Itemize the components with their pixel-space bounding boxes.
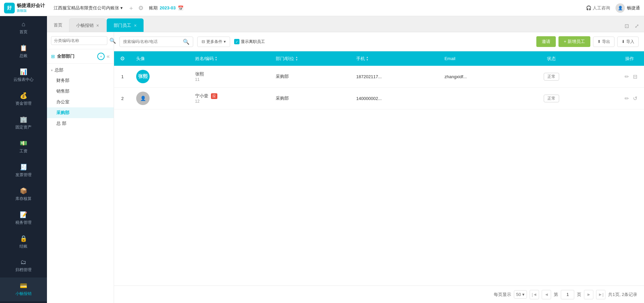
- funds-icon: 💰: [20, 92, 27, 99]
- dept-node-purchasing[interactable]: 采购部: [47, 107, 114, 118]
- employee-search-icon[interactable]: 🔍: [183, 39, 190, 45]
- dept-node-purchasing-label: 采购部: [56, 110, 69, 115]
- avatar-placeholder-icon: 👤: [140, 96, 146, 101]
- page-number-input[interactable]: [561, 290, 574, 299]
- sidebar-label-archive: 归档管理: [15, 267, 32, 273]
- sidebar-item-expense[interactable]: 💳 小畅报销: [0, 277, 47, 301]
- row-email-2: [439, 88, 520, 109]
- dept-header-icons: +: [97, 53, 105, 60]
- sidebar-item-reports[interactable]: 📊 云报表中心: [0, 63, 47, 87]
- import-icon: ⬇: [622, 39, 625, 44]
- logo-area: 好 畅捷通好会计 旗舰版: [4, 3, 51, 13]
- sidebar-item-home[interactable]: ⌂ 首页: [0, 16, 47, 40]
- employee-search-input[interactable]: [123, 39, 181, 44]
- sidebar-label-expense: 小畅报销: [15, 291, 32, 297]
- sidebar-item-assets[interactable]: 🏢 固定资产: [0, 111, 47, 135]
- th-name-code[interactable]: 姓名/编码 ▲▼: [190, 51, 270, 66]
- dept-node-finance[interactable]: 财务部: [47, 75, 114, 86]
- show-resign-checkbox-container[interactable]: ✓ 显示离职员工: [234, 39, 265, 45]
- add-employee-button[interactable]: + 新增员工: [558, 36, 590, 47]
- th-actions: 操作: [584, 51, 644, 66]
- employee-name-1: 张熙: [195, 71, 265, 77]
- user-info[interactable]: 👤 畅捷通: [615, 3, 640, 13]
- add-tab-icon[interactable]: ＋: [128, 4, 134, 12]
- sidebar-item-close[interactable]: 🔒 结账: [0, 230, 47, 254]
- sidebar-item-invoice[interactable]: 🧾 发票管理: [0, 159, 47, 183]
- headset-icon: 🎧: [586, 5, 591, 10]
- service-button[interactable]: 🎧 人工咨询: [586, 5, 610, 11]
- employee-avatar-2: 👤: [136, 92, 150, 105]
- page-content: 🔍 ⊞ 全部部门 + « ▾ 总部: [47, 32, 644, 303]
- dept-search-box: 🔍: [47, 32, 114, 49]
- edit-icon-2[interactable]: ✏: [625, 95, 629, 102]
- all-dept-label: 全部部门: [57, 53, 95, 59]
- ying-tag-2: 应: [211, 93, 217, 99]
- settings-icon[interactable]: ⚙: [138, 4, 144, 12]
- dept-node-finance-label: 财务部: [56, 78, 69, 83]
- tab-window-buttons: ⊡ ⤢: [622, 21, 644, 32]
- tab-dept-close-icon[interactable]: ×: [134, 23, 137, 28]
- page-prev-button[interactable]: ◄: [542, 290, 551, 299]
- sidebar-item-salary[interactable]: 💵 工资: [0, 135, 47, 159]
- invite-button[interactable]: 邀请: [536, 36, 556, 47]
- company-selector[interactable]: 江西服宝精品有限责任公司内账张 ▾: [51, 4, 125, 12]
- page-di-word: 第: [554, 292, 558, 298]
- period-selector[interactable]: 账期 2023-03 📅: [149, 5, 183, 11]
- refresh-icon-2[interactable]: ↺: [633, 95, 637, 102]
- tab-home[interactable]: 首页: [47, 18, 69, 32]
- tab-expense[interactable]: 小畅报销 ×: [69, 18, 106, 32]
- filter-dropdown-icon: ▾: [224, 39, 226, 44]
- employee-code-2: 12: [195, 99, 265, 104]
- sidebar-item-ledger[interactable]: 📋 总账: [0, 40, 47, 63]
- inventory-icon: 📦: [20, 187, 27, 195]
- tab-expense-close-icon[interactable]: ×: [96, 23, 99, 28]
- expense-icon: 💳: [20, 282, 27, 290]
- page-first-button[interactable]: |◄: [530, 290, 539, 299]
- sidebar-label-invoice: 发票管理: [15, 172, 32, 178]
- dept-group-header-headquarters[interactable]: ▾ 总部: [47, 65, 114, 75]
- window-restore-button[interactable]: ⊡: [622, 21, 631, 31]
- row-actions-1: ✏ ⊟: [584, 66, 644, 88]
- employee-phone-1: 187202117...: [356, 74, 382, 79]
- dept-node-hq[interactable]: 总 部: [47, 118, 114, 129]
- sidebar-item-funds[interactable]: 💰 资金管理: [0, 87, 47, 111]
- sidebar-item-archive[interactable]: 🗂 归档管理: [0, 254, 47, 277]
- sidebar-label-inventory: 库存核算: [15, 196, 32, 202]
- pagination-bar: 每页显示 50 ▾ |◄ ◄ 第 页 ► ►| 共1页, 2条记录: [114, 286, 644, 303]
- dept-add-icon[interactable]: +: [97, 53, 105, 60]
- logout-icon-1[interactable]: ⊟: [633, 73, 637, 80]
- page-next-button[interactable]: ►: [584, 290, 593, 299]
- calendar-icon[interactable]: 📅: [178, 5, 183, 11]
- dept-all-header[interactable]: ⊞ 全部部门 + «: [47, 49, 114, 64]
- edit-icon-1[interactable]: ✏: [625, 73, 629, 80]
- more-filter-button[interactable]: ⊟ 更多条件 ▾: [197, 37, 230, 47]
- sidebar-item-inventory[interactable]: 📦 库存核算: [0, 183, 47, 206]
- row-phone-2: 140000002...: [351, 88, 439, 109]
- row-status-2: 正常: [520, 88, 583, 109]
- export-button[interactable]: ⬆ 导出: [593, 37, 614, 47]
- th-dept-position[interactable]: 部门/职位 ▲▼: [270, 51, 351, 66]
- app-edition: 旗舰版: [17, 8, 45, 13]
- th-phone[interactable]: 手机 ▲▼: [351, 51, 439, 66]
- dept-collapse-icon[interactable]: «: [107, 53, 110, 59]
- employee-search-box[interactable]: 🔍: [119, 37, 193, 47]
- row-dept-2: 采购部: [270, 88, 351, 109]
- import-button[interactable]: ⬇ 导入: [617, 37, 639, 47]
- row-num-2: 2: [114, 88, 131, 109]
- dept-node-office[interactable]: 办公室: [47, 97, 114, 107]
- dept-node-sales[interactable]: 销售部: [47, 86, 114, 97]
- per-page-select[interactable]: 50 ▾: [514, 290, 527, 299]
- dept-node-sales-label: 销售部: [56, 89, 69, 94]
- tab-dept-employee[interactable]: 部门员工 ×: [107, 18, 144, 32]
- tab-dept-label: 部门员工: [114, 22, 131, 29]
- status-badge-2: 正常: [544, 95, 559, 102]
- dept-search-input[interactable]: [51, 36, 107, 45]
- table-settings-gear-icon[interactable]: ⚙: [120, 56, 125, 61]
- action-btns-2: ✏ ↺: [589, 95, 637, 102]
- window-maximize-button[interactable]: ⤢: [632, 21, 641, 31]
- sidebar-item-tax[interactable]: 📝 税务管理: [0, 206, 47, 230]
- sidebar: ⌂ 首页 📋 总账 📊 云报表中心 💰 资金管理 🏢 固定资产 💵 工资 🧾 发…: [0, 16, 47, 303]
- page-last-button[interactable]: ►|: [596, 290, 605, 299]
- th-email: Email: [439, 51, 520, 66]
- sidebar-item-basic-settings[interactable]: ⚙ 基础设置: [0, 301, 47, 303]
